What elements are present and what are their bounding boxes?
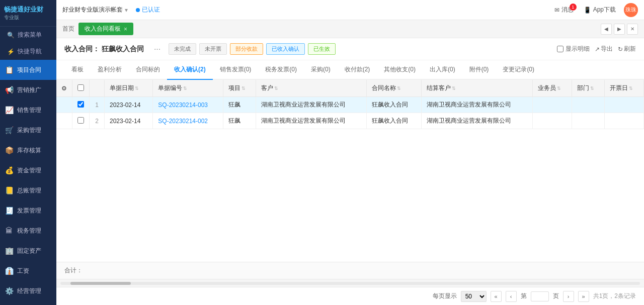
cell-number-1[interactable]: SQ-20230214-002 <box>153 113 223 129</box>
subtab-dashboard[interactable]: 看板 <box>64 60 91 80</box>
row-checkbox-0[interactable] <box>77 101 84 108</box>
income-contract-tab[interactable]: 收入合同看板 × <box>78 23 133 35</box>
cell-gear-0 <box>56 97 72 113</box>
sidebar-item-hr[interactable]: 👔工资 <box>0 261 56 281</box>
sidebar: 畅捷通好业财 专业版 🔍 搜索菜单 ⚡ 快捷导航 📋项目合同📢营销推广📈销售管理… <box>0 0 56 305</box>
page-first-button[interactable]: « <box>491 291 502 302</box>
page-label-before: 第 <box>521 292 527 300</box>
tab-close-button[interactable]: × <box>124 26 127 33</box>
user-avatar[interactable]: 珠珠 <box>624 3 638 17</box>
page-body: 收入合同： 狂飙收入合同 ··· 未完成 未开票 部分收款 已收入确认 已生效 … <box>56 38 644 305</box>
subtab-other-income[interactable]: 其他收支(0) <box>377 60 423 80</box>
th-end-customer[interactable]: 结算客户⇅ <box>422 80 533 97</box>
scroll-thumb[interactable] <box>70 282 131 285</box>
th-number[interactable]: 单据编号⇅ <box>153 80 223 97</box>
user-avatar-text: 珠珠 <box>625 6 636 14</box>
th-open-date[interactable]: 开票日⇅ <box>604 80 643 97</box>
th-contract-name[interactable]: 合同名称⇅ <box>367 80 422 97</box>
refresh-button[interactable]: ↻ 刷新 <box>617 45 636 53</box>
sidebar-item-ops[interactable]: ⚙️经营管理 <box>0 281 56 301</box>
subtab-profit[interactable]: 盈利分析 <box>91 60 129 80</box>
cell-number-0[interactable]: SQ-20230214-003 <box>153 97 223 113</box>
pagination: 每页显示 50 100 « ‹ 第 1 页 › » 共1页，2条记录 <box>56 287 644 305</box>
status-effective[interactable]: 已生效 <box>308 43 336 55</box>
sidebar-item-project[interactable]: 📋项目合同 <box>0 60 56 80</box>
sidebar-item-report[interactable]: 📊小畅报告 <box>0 301 56 305</box>
sidebar-item-invoice[interactable]: 🧾发票管理 <box>0 200 56 221</box>
cell-cb-1[interactable] <box>72 113 90 129</box>
sidebar-item-marketing[interactable]: 📢营销推广 <box>0 80 56 100</box>
page-prev-button[interactable]: ‹ <box>506 291 517 302</box>
sidebar-icon-assets: 🏢 <box>4 246 14 256</box>
per-page-select[interactable]: 50 100 <box>461 291 487 302</box>
th-customer[interactable]: 客户⇅ <box>256 80 367 97</box>
subtab-contract-std[interactable]: 合同标的 <box>129 60 167 80</box>
table-row[interactable]: 2 2023-02-14 SQ-20230214-002 狂飙 湖南卫视商业运营… <box>56 113 644 129</box>
page-last-button[interactable]: » <box>578 291 589 302</box>
subtab-label-warehouse: 出入库(0) <box>430 66 455 73</box>
refresh-icon: ↻ <box>618 46 623 53</box>
cell-project-0: 狂飙 <box>223 97 256 113</box>
th-project[interactable]: 项目⇅ <box>223 80 256 97</box>
th-date-label: 单据日期 <box>110 84 134 92</box>
show-detail-option: 显示明细 <box>557 45 590 53</box>
sidebar-item-sales[interactable]: 📈销售管理 <box>0 100 56 120</box>
row-checkbox-1[interactable] <box>77 117 84 124</box>
sidebar-quick-nav[interactable]: ⚡ 快捷导航 <box>0 43 56 60</box>
home-tab[interactable]: 首页 <box>62 25 74 33</box>
sidebar-search-menu[interactable]: 🔍 搜索菜单 <box>0 27 56 43</box>
refresh-label: 刷新 <box>624 45 636 53</box>
message-button[interactable]: ✉ 1 消息 <box>552 6 574 14</box>
export-label: 导出 <box>601 45 613 53</box>
export-button[interactable]: ↗ 导出 <box>594 45 613 53</box>
select-all-checkbox[interactable] <box>77 84 84 91</box>
company-dropdown-icon[interactable]: ▾ <box>125 7 128 14</box>
th-salesman[interactable]: 业务员⇅ <box>533 80 572 97</box>
tab-prev-button[interactable]: ◀ <box>601 24 612 35</box>
th-customer-label: 客户 <box>261 84 273 92</box>
tab-close-all-button[interactable]: ✕ <box>627 24 638 35</box>
sidebar-item-purchase[interactable]: 🛒采购管理 <box>0 120 56 140</box>
subtab-sales-invoice[interactable]: 销售发票(0) <box>213 60 259 80</box>
subtab-warehouse[interactable]: 出入库(0) <box>423 60 462 80</box>
sidebar-item-tax[interactable]: 🏛税务管理 <box>0 221 56 241</box>
cell-num-0: 1 <box>90 97 105 113</box>
th-checkbox <box>72 80 90 97</box>
status-effective-label: 已生效 <box>313 46 330 52</box>
subtab-purchase[interactable]: 采购(0) <box>304 60 338 80</box>
subtab-change-log[interactable]: 变更记录(0) <box>496 60 541 80</box>
app-download-button[interactable]: 📱 App下载 <box>582 6 616 14</box>
table-row[interactable]: 1 2023-02-14 SQ-20230214-003 狂飙 湖南卫视商业运营… <box>56 97 644 113</box>
status-confirmed[interactable]: 已收入确认 <box>266 43 305 55</box>
cell-open-date-1 <box>604 113 643 129</box>
contract-more-button[interactable]: ··· <box>154 45 160 54</box>
sidebar-item-capital[interactable]: 💰资金管理 <box>0 160 56 180</box>
table-area[interactable]: ⚙ 单据日期⇅ 单据编号⇅ 项目⇅ 客户⇅ 合同名称⇅ 结算客户⇅ 业务员⇅ 部… <box>56 80 644 262</box>
certified-label: 已认证 <box>142 6 160 14</box>
status-incomplete[interactable]: 未完成 <box>169 43 196 55</box>
per-page-label: 每页显示 <box>433 292 457 300</box>
cell-project-1: 狂飙 <box>223 113 256 129</box>
sidebar-item-general[interactable]: 📒总账管理 <box>0 180 56 200</box>
sort-salesman-icon: ⇅ <box>557 86 561 91</box>
subtab-income-confirm[interactable]: 收入确认(2) <box>167 60 213 80</box>
th-date[interactable]: 单据日期⇅ <box>105 80 153 97</box>
doc-number-link-0[interactable]: SQ-20230214-003 <box>158 101 208 109</box>
tab-next-button[interactable]: ▶ <box>614 24 625 35</box>
th-department[interactable]: 部门⇅ <box>572 80 604 97</box>
subtab-payment[interactable]: 收付款(2) <box>338 60 377 80</box>
sidebar-item-assets[interactable]: 🏢固定资产 <box>0 241 56 261</box>
cell-cb-0[interactable] <box>72 97 90 113</box>
sidebar-item-inventory[interactable]: 📦库存核算 <box>0 140 56 160</box>
subtab-tax-invoice[interactable]: 税务发票(0) <box>258 60 304 80</box>
status-not-invoiced[interactable]: 未开票 <box>199 43 227 55</box>
status-partial-received[interactable]: 部分收款 <box>230 43 263 55</box>
doc-number-link-1[interactable]: SQ-20230214-002 <box>158 118 208 125</box>
cell-num-1: 2 <box>90 113 105 129</box>
show-detail-checkbox[interactable] <box>557 46 564 52</box>
page-number-input[interactable]: 1 <box>531 291 549 301</box>
th-gear[interactable]: ⚙ <box>56 80 72 97</box>
page-next-button[interactable]: › <box>563 291 574 302</box>
horizontal-scrollbar[interactable] <box>56 279 644 287</box>
subtab-attachments[interactable]: 附件(0) <box>462 60 496 80</box>
